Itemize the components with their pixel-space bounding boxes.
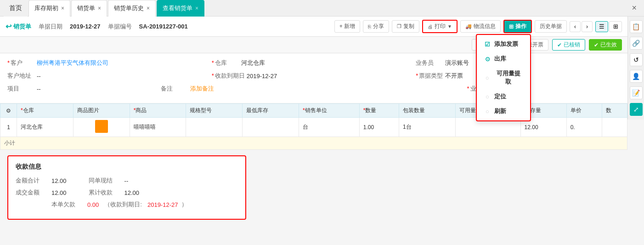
- right-btn-note[interactable]: 📝: [630, 86, 643, 99]
- dropdown-refresh-label: 刷新: [494, 107, 506, 115]
- tab-sales[interactable]: 销货单 ×: [71, 0, 107, 17]
- cell-price: 0.: [566, 118, 602, 137]
- right-btn-clipboard[interactable]: 📋: [630, 20, 643, 33]
- dropdown-invoice-label: 添加发票: [494, 40, 518, 48]
- btn-logistics[interactable]: 🚚 物流信息: [460, 20, 501, 33]
- total-received-label: 累计收款: [89, 188, 121, 197]
- right-btn-user[interactable]: 👤: [630, 70, 643, 83]
- col-warehouse: *仓库: [17, 104, 73, 118]
- cell-img: [73, 118, 130, 137]
- cell-amount: [602, 118, 627, 137]
- doc-type-label: 销货单: [13, 23, 31, 31]
- col-spec: 规格型号: [186, 104, 243, 118]
- current-owe-label: 本单欠款: [51, 200, 84, 209]
- field-payment-date: 收款到期日 2019-12-27: [212, 72, 416, 80]
- dropdown-item-available[interactable]: ○ 可用量提取: [477, 66, 530, 89]
- right-btn-link[interactable]: 🔗: [630, 37, 643, 50]
- staff-value: 演示账号: [445, 59, 469, 67]
- tab-home-label: 首页: [9, 4, 22, 12]
- same-order-value: --: [124, 177, 129, 184]
- doc-type-badge: ↩ 销货单: [6, 22, 31, 31]
- toolbar-actions: + 新增 ⎘ 分享 ❐ 复制 🖨 打印 ▼ 🚚 物流信息: [334, 20, 622, 33]
- btn-share-label: 分享: [373, 23, 384, 30]
- tab-inventory-close[interactable]: ×: [61, 5, 64, 11]
- main-toolbar: ↩ 销货单 单据日期 2019-12-27 单据编号 SA-20191227-0…: [0, 17, 627, 37]
- btn-history[interactable]: 历史单据: [535, 20, 567, 33]
- dropdown-item-locate[interactable]: ○ 定位: [477, 89, 530, 104]
- table-wrapper: ⚙ *仓库 商品图片 *商品 规格型号 最低库存 *销售单位 *数量 包装数量 …: [0, 103, 627, 150]
- col-amount: 数: [602, 104, 627, 118]
- window-close-button[interactable]: ×: [628, 3, 640, 13]
- customer-value[interactable]: 柳州粤港平安气体有限公司: [37, 59, 108, 67]
- same-order-label: 同单现结: [89, 177, 121, 185]
- tab-sales-label: 销货单: [77, 4, 95, 12]
- payment-info-box: 收款信息 金额合计 12.00 同单现结 -- 成交金额 12.00 累计收款: [7, 155, 246, 220]
- add-note-btn[interactable]: 添加备注: [190, 85, 214, 93]
- tab-sales-history-close[interactable]: ×: [147, 5, 150, 11]
- field-note: 备注 添加备注: [161, 85, 467, 93]
- payment-title: 收款信息: [16, 163, 238, 171]
- tab-bar: 首页 库存期初 × 销货单 × 销货单历史 × 查看销货单 × ×: [0, 0, 644, 17]
- payment-item-received: 累计收款 12.00: [89, 188, 140, 197]
- next-page-button[interactable]: ›: [582, 21, 593, 32]
- tab-sales-history[interactable]: 销货单历史 ×: [108, 0, 156, 17]
- tab-view-sales-close[interactable]: ×: [195, 5, 198, 11]
- dropdown-locate-label: 定位: [494, 92, 506, 101]
- total-received-value: 12.00: [124, 189, 140, 196]
- dropdown-item-refresh[interactable]: ○ 刷新: [477, 104, 530, 119]
- col-gear[interactable]: ⚙: [0, 104, 17, 118]
- date-value: 2019-12-27: [70, 23, 101, 30]
- list-view-button[interactable]: ☰: [595, 21, 608, 32]
- product-image: [95, 120, 108, 133]
- tab-home[interactable]: 首页: [4, 0, 28, 17]
- payment-row-2: 成交金额 12.00 累计收款 12.00: [16, 188, 238, 197]
- sub-toolbar: 📱 来自手机 未开票 ✔ 已核销 ✔ 已生效: [0, 37, 627, 53]
- prev-page-button[interactable]: ‹: [570, 21, 581, 32]
- grid-view-button[interactable]: ⊞: [609, 21, 622, 32]
- date-label: 单据日期: [39, 23, 62, 31]
- tab-inventory[interactable]: 库存期初 ×: [28, 0, 70, 17]
- btn-new[interactable]: + 新增: [334, 20, 360, 33]
- btn-effective[interactable]: ✔ 已生效: [589, 39, 622, 51]
- cell-product: 嘻嘻嘻嘻: [130, 118, 186, 137]
- btn-operate[interactable]: ⊞ 操作 ☑ 添加发票 ⊙ 出库 ○: [503, 20, 532, 33]
- col-qty: *数量: [359, 104, 399, 118]
- cell-qty: 1.00: [359, 118, 399, 137]
- right-btn-expand[interactable]: ⤢: [630, 103, 643, 116]
- btn-new-label: + 新增: [339, 23, 355, 30]
- payment-date-value: 2019-12-27: [247, 73, 277, 80]
- tab-sales-close[interactable]: ×: [98, 5, 101, 11]
- field-customer: 客户 柳州粤港平安气体有限公司: [7, 59, 212, 67]
- subtotal-row: 小计: [0, 137, 627, 150]
- btn-share[interactable]: ⎘ 分享: [363, 20, 389, 33]
- ticket-label: 票据类型: [416, 72, 443, 80]
- btn-logistics-label: 物流信息: [474, 23, 496, 30]
- btn-copy[interactable]: ❐ 复制: [392, 20, 419, 33]
- current-owe-value: 0.00: [87, 201, 99, 208]
- col-min-stock: 最低库存: [243, 104, 299, 118]
- col-product: *商品: [130, 104, 186, 118]
- right-btn-refresh[interactable]: ↺: [630, 53, 643, 66]
- check-icon-effective: ✔: [594, 42, 599, 48]
- radio-icon-available: ○: [484, 74, 490, 81]
- btn-copy-label: 复制: [403, 23, 414, 30]
- payment-row-3: 本单欠款 0.00 （收款到期日: 2019-12-27 ）: [16, 200, 238, 209]
- due-date-bracket-close: ）: [181, 200, 187, 209]
- address-label: 客户地址: [7, 72, 35, 80]
- subtotal-label: 小计: [0, 137, 627, 150]
- btn-confirmed-label: 已核销: [564, 41, 580, 49]
- dropdown-item-invoice[interactable]: ☑ 添加发票: [477, 37, 530, 51]
- payment-item-amount: 金额合计 12.00: [16, 177, 67, 185]
- deal-amount-value: 12.00: [51, 189, 67, 196]
- dropdown-available-label: 可用量提取: [494, 69, 523, 86]
- staff-label: 业务员: [416, 59, 443, 67]
- project-value: --: [37, 85, 41, 92]
- due-date-bracket-open: （收款到期日:: [104, 200, 142, 209]
- btn-confirmed[interactable]: ✔ 已核销: [552, 39, 585, 51]
- dropdown-item-outbound[interactable]: ⊙ 出库: [477, 51, 530, 66]
- ticket-value: 不开票: [445, 72, 463, 80]
- tab-view-sales[interactable]: 查看销货单 ×: [157, 0, 204, 17]
- operate-dropdown: ☑ 添加发票 ⊙ 出库 ○ 可用量提取 ○ 定位: [476, 34, 531, 121]
- btn-print[interactable]: 🖨 打印 ▼: [422, 20, 458, 33]
- amount-label: 金额合计: [16, 177, 48, 185]
